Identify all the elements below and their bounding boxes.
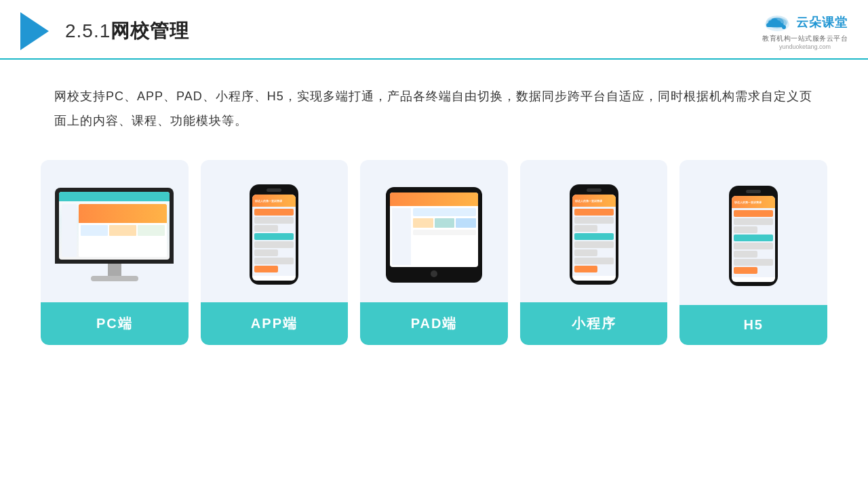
h5-row-2	[734, 218, 773, 225]
screen-cards	[79, 223, 167, 238]
card-h5: 职达人的第一堂训营课	[679, 160, 827, 345]
monitor-outer	[55, 188, 174, 264]
mp-row-6	[574, 249, 598, 256]
card-miniprogram-label: 小程序	[520, 302, 668, 345]
logo-triangle-icon	[20, 12, 49, 50]
tablet-body	[386, 187, 482, 283]
phone-row-7	[254, 258, 294, 264]
card-pc: PC端	[41, 160, 189, 345]
description-content: 网校支持PC、APP、PAD、小程序、H5，实现多端打通，产品各终端自由切换，数…	[54, 89, 812, 127]
tablet-screen-body	[390, 206, 478, 267]
h5-row-1	[734, 210, 773, 217]
h5-row-8	[734, 267, 757, 274]
phone-row-5	[254, 241, 294, 248]
title-text: 网校管理	[111, 20, 189, 41]
card-pad-image	[360, 160, 508, 302]
description-text: 网校支持PC、APP、PAD、小程序、H5，实现多端打通，产品各终端自由切换，数…	[0, 60, 868, 140]
card-app: 职达人的第一堂训营课	[201, 160, 349, 345]
pc-mockup	[55, 188, 174, 281]
phone-row-6	[254, 249, 278, 256]
card-pc-image	[41, 160, 189, 302]
phone-screen-top-text: 职达人的第一堂训营课	[255, 199, 282, 203]
phone-row-2	[254, 217, 294, 224]
tablet-cards	[413, 218, 476, 228]
tablet-main	[413, 208, 476, 265]
h5-screen-top: 职达人的第一堂训营课	[732, 196, 775, 208]
phone-body: 职达人的第一堂训营课	[250, 184, 298, 285]
tablet-screen-top	[390, 192, 478, 206]
brand-domain: yunduoketang.com	[779, 43, 831, 50]
phone-row-4	[254, 233, 294, 240]
screen-body	[59, 201, 170, 260]
h5-row-7	[734, 259, 773, 266]
screen-banner	[79, 204, 167, 223]
page-title: 2.5.1网校管理	[65, 18, 189, 44]
monitor-screen	[59, 192, 170, 260]
brand-tagline-text: 教育机构一站式服务云平台	[762, 35, 848, 42]
card-pad-label: PAD端	[360, 302, 508, 345]
phone-screen-top: 职达人的第一堂训营课	[252, 195, 296, 207]
miniprogram-phone-body: 职达人的第一堂训营课	[570, 184, 618, 285]
brand-logo-area: 云朵课堂 教育机构一站式服务云平台 yunduoketang.com	[762, 12, 848, 50]
miniprogram-screen: 职达人的第一堂训营课	[572, 195, 616, 281]
phone-row-3	[254, 225, 278, 232]
mp-row-4	[574, 233, 614, 240]
app-phone-mockup: 职达人的第一堂训营课	[250, 184, 298, 285]
mp-row-1	[574, 209, 614, 216]
monitor-stand-base	[91, 276, 138, 281]
phone-row-8	[254, 266, 278, 272]
card-miniprogram: 职达人的第一堂训营课	[520, 160, 668, 345]
header-left: 2.5.1网校管理	[20, 12, 189, 50]
mp-row-5	[574, 241, 614, 248]
h5-row-5	[734, 243, 773, 249]
miniprogram-phone-notch	[587, 188, 601, 192]
mp-row-3	[574, 225, 598, 232]
screen-top-bar	[59, 192, 170, 201]
screen-sidebar	[62, 204, 77, 257]
brand-name: 云朵课堂	[796, 14, 848, 30]
h5-phone-mockup: 职达人的第一堂训营课	[729, 186, 778, 286]
card-pad: PAD端	[360, 160, 508, 345]
miniprogram-screen-top-text: 职达人的第一堂训营课	[575, 199, 602, 203]
tablet-card-3	[456, 218, 476, 228]
tablet-card-2	[435, 218, 455, 228]
tablet-banner	[413, 208, 476, 216]
mp-row-8	[574, 266, 598, 272]
tablet-screen	[390, 192, 478, 267]
cards-container: PC端 职达人的第一堂训营课	[0, 140, 868, 365]
h5-screen-body	[732, 208, 775, 277]
h5-row-3	[734, 226, 757, 233]
monitor-stand-neck	[108, 264, 121, 276]
cloud-icon	[762, 12, 792, 33]
miniprogram-phone-mockup: 职达人的第一堂训营课	[570, 184, 618, 285]
phone-screen-body	[252, 207, 296, 276]
phone-screen: 职达人的第一堂训营课	[252, 195, 296, 281]
h5-screen: 职达人的第一堂训营课	[732, 196, 775, 282]
screen-card-3	[138, 225, 165, 236]
card-app-label: APP端	[201, 302, 349, 345]
card-h5-image: 职达人的第一堂训营课	[679, 160, 827, 305]
brand-tagline: 教育机构一站式服务云平台	[762, 34, 848, 43]
miniprogram-screen-top: 职达人的第一堂训营课	[572, 195, 616, 207]
h5-screen-top-text: 职达人的第一堂训营课	[734, 201, 762, 204]
h5-phone-body: 职达人的第一堂训营课	[729, 186, 778, 286]
card-app-image: 职达人的第一堂训营课	[201, 160, 349, 302]
mp-row-7	[574, 258, 614, 264]
screen-card-2	[109, 225, 136, 236]
h5-row-4	[734, 235, 773, 241]
tablet-mockup	[386, 187, 482, 283]
miniprogram-screen-body	[572, 207, 616, 276]
h5-phone-notch	[746, 190, 761, 193]
title-number: 2.5.1	[65, 20, 111, 41]
tablet-home-btn	[431, 270, 437, 277]
tablet-card-1	[413, 218, 433, 228]
card-pc-label: PC端	[41, 302, 189, 345]
screen-card-1	[81, 225, 108, 236]
tablet-row	[413, 230, 476, 235]
brand-logo: 云朵课堂	[762, 12, 848, 33]
h5-row-6	[734, 251, 757, 258]
phone-notch	[267, 188, 281, 192]
phone-row-1	[254, 209, 294, 216]
card-h5-label: H5	[679, 305, 827, 345]
page-header: 2.5.1网校管理 云朵课堂 教育机构一站式服务云平台 yunduoketang…	[0, 0, 868, 60]
